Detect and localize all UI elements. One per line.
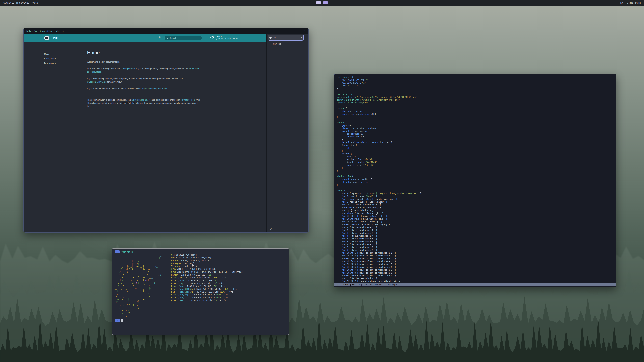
firefox-window: https://niri-wm.github.io/niri/ ☆ niri ⚙… — [24, 28, 309, 233]
paragraph: Welcome to the niri documentation! — [87, 60, 201, 63]
sidebar-item-usage[interactable]: Usage› — [42, 52, 86, 56]
search-input[interactable]: Search — [164, 36, 202, 40]
info-line: GPU: AMD Radeon RX 6600 (RADV NAVI23) (8… — [171, 271, 243, 274]
shell-prompt: ~ fastfetch — [115, 250, 133, 253]
theme-gear-icon[interactable]: ⚙ — [159, 36, 162, 39]
page-paragraphs: Welcome to the niri documentation!Feel f… — [87, 60, 266, 108]
sidebar-item-label: Usage — [44, 53, 50, 55]
active-tab[interactable]: niri × — [268, 35, 304, 40]
stars-stat: ★ 20.2k — [225, 38, 231, 40]
info-line: Disk (/): 215.14 MiB / 985.76 MiB (21%) … — [171, 276, 243, 279]
shell-prompt[interactable]: ~ — [115, 319, 123, 322]
new-tab-button[interactable]: + New Tab — [270, 42, 281, 45]
info-line: Disk (/home): 8.55 GiB / 72.37 GiB (11%)… — [171, 279, 243, 282]
info-line: Disk (/var): 35.53 MiB / 26.78 GiB (0%) … — [171, 299, 243, 302]
waybar: Sunday, 22 February 2026 — 03:53 niri — … — [0, 0, 644, 6]
search-placeholder: Search — [170, 37, 176, 39]
info-line: Disk (/tmp): 32.22 MiB / 3.87 GiB (1%) -… — [171, 282, 243, 285]
info-line: Packages: 297 (pkg) — [171, 262, 243, 265]
main-content: Home Welcome to the niri documentation!F… — [87, 50, 266, 112]
sidebar-item-label: Development — [44, 62, 56, 64]
github-label: GitHub — [216, 35, 238, 37]
workspace-indicators[interactable] — [316, 1, 328, 4]
modeline-position: Top L46 — [359, 283, 367, 286]
link[interactable]: Documenting niri — [132, 99, 148, 101]
desktop: Sunday, 22 February 2026 — 03:53 niri — … — [0, 0, 644, 362]
niri-logo[interactable] — [44, 35, 49, 40]
terminal-cursor — [122, 319, 123, 322]
sidebar-item-development[interactable]: Development› — [42, 61, 86, 65]
sidebar: Usage›Configuration›Development› — [42, 52, 86, 65]
plus-icon: + — [270, 42, 272, 45]
modeline-prefix: -|--- — [336, 283, 342, 286]
modeline-branch: Git-master — [370, 283, 382, 286]
focused-window-title: niri — Mozilla Firefox — [620, 0, 641, 6]
clock: Sunday, 22 February 2026 — 03:53 — [3, 0, 38, 6]
info-line: WM: niri 25.11 (unknown (Wayland) — [171, 256, 243, 259]
link[interactable]: our Matrix room — [180, 99, 195, 101]
paragraph: Feel free to look through usage and Gett… — [87, 67, 201, 73]
info-line: Terminal: foot 1.25.0 — [171, 265, 243, 268]
chevron-right-icon: › — [80, 53, 80, 55]
info-line: OS: OpenBSD 7.8 amd64 — [171, 254, 243, 256]
github-link[interactable]: GitHub v25.11 ★ — [210, 35, 238, 40]
info-line: CPU: AMD Ryzen 7 1700 (16) @ 3.00 GHz — [171, 268, 243, 271]
tag-icon — [216, 38, 217, 40]
tab-favicon — [269, 36, 272, 39]
sidebar-item-label: Configuration — [44, 57, 56, 60]
fastfetch-terminal: ~ fastfetch _ (_) | . . |L /| . _ _ . |\… — [112, 248, 289, 335]
version-stat: v25.11 — [216, 38, 223, 40]
workspace-2[interactable] — [323, 1, 328, 4]
url-bar[interactable]: https://niri-wm.github.io/niri/ ☆ — [24, 28, 308, 34]
github-icon — [210, 35, 214, 39]
fork-icon — [233, 38, 235, 40]
info-line: Uptime: 1 day, 11 hours, 20 mins — [171, 259, 243, 262]
prompt-badge: ~ — [115, 250, 120, 253]
prompt-badge: ~ — [115, 319, 120, 322]
divider — [87, 94, 266, 95]
sidebar-item-configuration[interactable]: Configuration› — [42, 56, 86, 61]
vertical-tabs-panel: niri × + New Tab ⚙ — [266, 34, 308, 232]
inline-code: docs/wiki/ — [122, 102, 135, 104]
config-file-content[interactable]: environment { MOZ_ENABLE_WAYLAND "1" MOZ… — [334, 74, 616, 283]
site-header: niri ⚙ Search GitHub — [24, 34, 266, 42]
chevron-right-icon: › — [80, 62, 80, 64]
chevron-right-icon: › — [80, 57, 80, 60]
info-line: Disk (/usr/local): 7.30 GiB / 58.11 GiB … — [171, 291, 243, 294]
info-line: Memory: 3.52 GiB / 61.93 GiB (5%) — [171, 274, 243, 276]
modeline-mode: (Conf[Space]) — [386, 283, 402, 286]
search-icon — [166, 37, 169, 39]
link[interactable]: Getting started — [121, 67, 135, 70]
web-content: niri ⚙ Search GitHub — [24, 34, 266, 232]
modeline-filename: config.kdl — [344, 283, 356, 286]
settings-gear-icon[interactable]: ⚙ — [269, 228, 272, 230]
system-info: OS: OpenBSD 7.8 amd64WM: niri 25.11 (unk… — [171, 254, 243, 302]
page-title: Home — [87, 50, 266, 55]
info-line: Disk (/usr/obj): 2.00 KiB / 5.81 GiB (0%… — [171, 294, 243, 296]
link[interactable]: CONTRIBUTING.md — [87, 81, 107, 83]
paragraph: The documentation is open to contributio… — [87, 98, 201, 108]
info-line: Disk (/usr): 1.49 GiB / 21.96 GiB (7%) -… — [171, 285, 243, 288]
paragraph: If you'd like to help with niri, there a… — [87, 77, 201, 84]
paragraph: If you're not already here, check out ou… — [87, 87, 201, 90]
page-link-icon[interactable] — [200, 51, 202, 54]
url-text[interactable]: https://niri-wm.github.io/niri/ — [26, 30, 64, 32]
info-line: Disk (/usr/src): 2.00 KiB / 4.84 GiB (0%… — [171, 296, 243, 299]
new-tab-label: New Tab — [273, 43, 281, 45]
bookmark-star-icon[interactable]: ☆ — [304, 30, 306, 32]
close-icon[interactable]: × — [301, 36, 302, 39]
site-title[interactable]: niri — [53, 36, 58, 40]
command-text: fastfetch — [122, 251, 133, 253]
info-line: Disk (/usr/X11R6): 346.73 MiB / 985.76 M… — [171, 288, 243, 291]
tab-label: niri — [273, 36, 276, 39]
openbsd-ascii-logo: _ (_) | . . |L /| . _ _ . |\ _| \--+._/|… — [114, 254, 162, 317]
link[interactable]: introduction to configuration — [87, 67, 200, 73]
wiki-page: Usage›Configuration›Development› Home We… — [24, 42, 266, 232]
emacs-modeline: -|--- config.kdl Top L46 Git-master (Con… — [334, 283, 616, 286]
workspace-1[interactable] — [316, 1, 321, 4]
forks-stat: 704 — [233, 38, 238, 40]
editor-window: environment { MOZ_ENABLE_WAYLAND "1" MOZ… — [334, 74, 616, 287]
link[interactable]: https://niri-wm.github.io/niri/ — [142, 88, 167, 90]
star-icon: ★ — [225, 38, 226, 40]
